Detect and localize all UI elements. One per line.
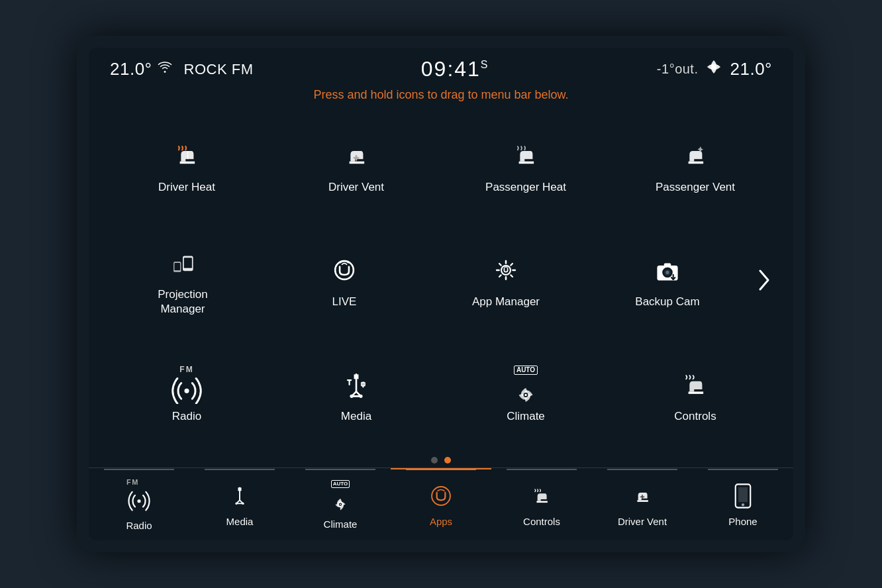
driver-vent-btn[interactable]: Driver Vent	[271, 130, 441, 201]
nav-driver-vent-btn[interactable]: Driver Vent	[592, 468, 693, 540]
app-manager-icon	[489, 251, 523, 289]
controls-btn[interactable]: Controls	[611, 359, 780, 430]
climate-btn[interactable]: AUTO Climate	[441, 359, 611, 430]
passenger-vent-label: Passenger Vent	[656, 180, 735, 195]
header-right: -1°out. 21.0°	[657, 58, 772, 81]
nav-climate-btn[interactable]: AUTO Climate	[290, 468, 391, 540]
svg-rect-30	[738, 487, 748, 502]
passenger-heat-icon	[509, 136, 543, 175]
media-label: Media	[341, 409, 371, 424]
nav-driver-vent-line	[607, 469, 677, 470]
passenger-heat-btn[interactable]: Passenger Heat	[441, 130, 611, 201]
nav-climate-label: Climate	[324, 518, 358, 530]
nav-media-label: Media	[226, 516, 254, 527]
auto-badge: AUTO	[514, 366, 538, 375]
pagination	[89, 452, 793, 467]
live-icon	[327, 251, 362, 289]
passenger-heat-label: Passenger Heat	[485, 180, 566, 195]
backup-cam-icon	[650, 251, 685, 289]
driver-heat-btn[interactable]: Driver Heat	[102, 130, 271, 201]
nav-controls-label: Controls	[523, 516, 560, 527]
outside-temp: -1°out.	[657, 62, 699, 77]
svg-point-20	[524, 393, 526, 395]
nav-phone-label: Phone	[728, 516, 757, 527]
next-arrow-btn[interactable]	[748, 223, 780, 338]
passenger-vent-icon	[678, 136, 712, 175]
nav-apps-icon	[428, 483, 454, 512]
projection-manager-btn[interactable]: Projection Manager	[102, 237, 264, 323]
svg-point-22	[235, 502, 237, 504]
nav-media-line	[205, 469, 275, 470]
live-btn[interactable]: LIVE	[264, 244, 425, 316]
driver-vent-icon	[339, 136, 373, 175]
app-manager-btn[interactable]: App Manager	[425, 244, 587, 316]
svg-point-17	[359, 394, 362, 397]
media-btn[interactable]: Media	[271, 359, 441, 430]
outer-frame: 21.0° ROCK FM 09:41S -1	[77, 36, 805, 552]
grid-row-3: FM Radio	[102, 337, 780, 452]
pagination-dot-2[interactable]	[444, 457, 451, 464]
nav-driver-vent-label: Driver Vent	[618, 516, 667, 527]
driver-vent-label: Driver Vent	[328, 180, 384, 195]
driver-heat-icon	[170, 136, 204, 175]
screen: 21.0° ROCK FM 09:41S -1	[89, 48, 793, 540]
svg-rect-14	[664, 264, 671, 267]
nav-phone-icon	[730, 483, 756, 512]
nav-controls-icon	[529, 483, 554, 512]
svg-rect-4	[184, 258, 192, 268]
backup-cam-label: Backup Cam	[635, 295, 699, 309]
passenger-vent-btn[interactable]: Passenger Vent	[611, 130, 780, 201]
live-label: LIVE	[332, 295, 357, 309]
nav-apps-btn[interactable]: Apps	[391, 468, 491, 540]
nav-phone-btn[interactable]: Phone	[693, 468, 793, 540]
climate-icon: AUTO	[509, 366, 543, 404]
climate-label: Climate	[507, 409, 545, 424]
clock-time: 09:41S	[421, 57, 489, 81]
radio-btn[interactable]: FM Radio	[102, 359, 271, 430]
nav-radio-label: Radio	[126, 520, 152, 531]
driver-heat-label: Driver Heat	[158, 180, 215, 195]
svg-point-0	[712, 66, 716, 69]
svg-point-9	[503, 267, 509, 273]
nav-climate-icon: AUTO	[328, 480, 353, 514]
nav-driver-vent-icon	[630, 483, 655, 512]
nav-apps-line	[406, 469, 476, 470]
controls-label: Controls	[674, 409, 716, 424]
header-left: 21.0° ROCK FM	[110, 59, 253, 79]
media-icon	[339, 366, 373, 404]
svg-point-16	[350, 394, 353, 397]
svg-point-26	[340, 504, 341, 505]
nav-phone-line	[708, 469, 778, 470]
svg-point-13	[665, 271, 669, 274]
svg-point-28	[642, 496, 643, 497]
right-temp: 21.0°	[730, 59, 772, 79]
nav-climate-line	[305, 469, 375, 470]
nav-apps-label: Apps	[430, 516, 452, 527]
svg-point-1	[356, 157, 358, 159]
nav-media-icon	[227, 483, 252, 512]
app-manager-label: App Manager	[472, 295, 540, 309]
nav-controls-line	[507, 469, 577, 470]
svg-point-23	[242, 502, 244, 504]
nav-auto-badge: AUTO	[331, 480, 350, 488]
header-center: 09:41S	[421, 57, 489, 81]
content-area: Driver Heat	[89, 109, 793, 452]
nav-radio-btn[interactable]: FM Radio	[89, 468, 189, 540]
svg-point-2	[700, 149, 701, 150]
nav-controls-btn[interactable]: Controls	[491, 468, 592, 540]
radio-name: ROCK FM	[184, 61, 254, 78]
projection-manager-label: Projection Manager	[158, 287, 208, 317]
radio-icon: FM	[170, 366, 204, 404]
pagination-dot-1[interactable]	[431, 457, 438, 464]
instruction-text: Press and hold icons to drag to menu bar…	[89, 87, 793, 109]
left-temp: 21.0°	[110, 59, 152, 79]
controls-icon	[678, 366, 712, 404]
fan-icon	[705, 58, 723, 81]
radio-label: Radio	[172, 409, 201, 424]
header: 21.0° ROCK FM 09:41S -1	[89, 48, 793, 87]
nav-radio-icon: FM	[126, 479, 152, 516]
svg-point-31	[742, 503, 744, 506]
wifi-icon	[158, 62, 172, 77]
backup-cam-btn[interactable]: Backup Cam	[587, 244, 748, 316]
nav-media-btn[interactable]: Media	[189, 468, 290, 540]
